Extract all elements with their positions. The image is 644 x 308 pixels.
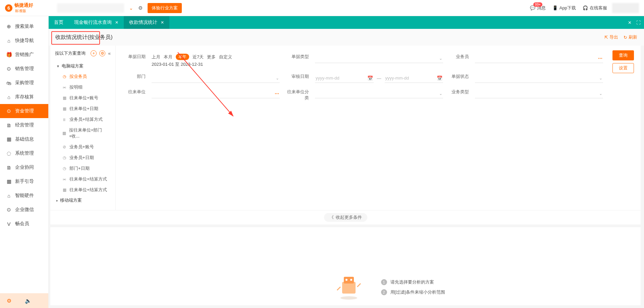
nav-item[interactable]: 🎁营销推广 bbox=[0, 48, 48, 62]
nav-item[interactable]: ⌂智能硬件 bbox=[0, 189, 48, 203]
customer-picker[interactable]: ⋯ bbox=[152, 89, 280, 98]
tree-item-label: 往来单位+日期 bbox=[69, 106, 98, 112]
settings-button[interactable]: 设置 bbox=[612, 63, 634, 73]
tree-item[interactable]: ▦往来单位+日期 bbox=[55, 103, 111, 114]
nav-item[interactable]: V畅会员 bbox=[0, 217, 48, 231]
nav-icon: ⊕ bbox=[6, 23, 12, 30]
tab-bar: 首页现金银行流水查询✕收款情况统计✕ ✕ ⛶ bbox=[49, 16, 644, 29]
nav-item[interactable]: ⌂库存核算 bbox=[0, 90, 48, 104]
export-button[interactable]: ⇱ 导出 bbox=[604, 34, 618, 40]
query-button[interactable]: 查询 bbox=[612, 50, 634, 60]
scheme-settings-button[interactable]: ⚙ bbox=[99, 50, 105, 56]
nav-icon: 🎁 bbox=[6, 52, 12, 58]
nav-icon: 🗎 bbox=[6, 165, 12, 170]
tab[interactable]: 收款情况统计✕ bbox=[124, 16, 169, 29]
expand-icon[interactable]: ⛶ bbox=[636, 20, 641, 25]
nav-item[interactable]: ⊙企业微信 bbox=[0, 203, 48, 217]
field-label-department: 部门 bbox=[123, 71, 148, 86]
close-all-icon[interactable]: ✕ bbox=[628, 20, 632, 25]
tree-item[interactable]: ⫘按明细 bbox=[55, 82, 111, 93]
nav-item[interactable]: ⊙资金管理 bbox=[0, 104, 48, 118]
title-actions: ⇱ 导出 ↻ 刷新 bbox=[604, 34, 637, 40]
tree-item[interactable]: ◷部门+日期 bbox=[55, 163, 111, 174]
nav-item[interactable]: ⊕搜索菜单 bbox=[0, 19, 48, 34]
nav-icon: 🛍 bbox=[6, 80, 12, 86]
tree-item[interactable]: ▦往来单位+账号 bbox=[55, 93, 111, 103]
gear-icon[interactable]: ⚙ bbox=[138, 5, 143, 11]
trial-button[interactable]: 体验行业方案 bbox=[148, 3, 182, 13]
tree-group-header[interactable]: ▼电脑端方案 bbox=[55, 61, 111, 71]
tree-item-icon: ◷ bbox=[62, 166, 67, 171]
biz-type-select[interactable]: ⌄ bbox=[475, 89, 603, 98]
nav-item[interactable]: ⌂快捷导航 bbox=[0, 34, 48, 48]
messages-button[interactable]: 💬 消息 99+ bbox=[530, 5, 546, 11]
gear-icon[interactable]: ⚙ bbox=[7, 298, 11, 304]
nav-label: 搜索菜单 bbox=[15, 23, 34, 30]
app-download-button[interactable]: 📱 App下载 bbox=[552, 5, 576, 11]
nav-icon: ◌ bbox=[6, 150, 12, 156]
date-preset[interactable]: 近7天 bbox=[193, 54, 204, 60]
nav-item[interactable]: 🗎企业协同 bbox=[0, 160, 48, 174]
tree-item[interactable]: ◷业务员+日期 bbox=[55, 152, 111, 163]
speaker-icon[interactable]: 🔈 bbox=[25, 298, 32, 304]
nav-label: 资金管理 bbox=[15, 108, 34, 114]
date-preset[interactable]: 本月 bbox=[164, 54, 172, 60]
refresh-button[interactable]: ↻ 刷新 bbox=[624, 34, 637, 40]
main-area: 首页现金银行流水查询✕收款情况统计✕ ✕ ⛶ 收款情况统计(按业务员) ⇱ 导出… bbox=[49, 16, 644, 308]
tree-item[interactable]: ⫘往来单位+结算方式 bbox=[55, 174, 111, 185]
close-icon[interactable]: ✕ bbox=[115, 20, 118, 25]
tree-item[interactable]: ⊘业务员+账号 bbox=[55, 142, 111, 152]
nav-item[interactable]: ◌系统管理 bbox=[0, 146, 48, 160]
chevron-down-icon[interactable]: ⌄ bbox=[129, 5, 133, 11]
field-label-biz-type: 业务类型 bbox=[446, 86, 472, 104]
tree-item-label: 业务员+账号 bbox=[69, 144, 94, 150]
nav-item[interactable]: ▦新手引导 bbox=[0, 174, 48, 189]
caret-icon: ▼ bbox=[56, 64, 60, 68]
nav-item[interactable]: ⊙销售管理 bbox=[0, 62, 48, 76]
tree-group-label: 移动端方案 bbox=[60, 197, 82, 203]
bill-type-select[interactable]: ⌄ bbox=[315, 54, 443, 63]
tree-group-header[interactable]: ▸移动端方案 bbox=[55, 195, 111, 205]
nav-label: 经营管理 bbox=[15, 122, 34, 128]
logo-area: 6 畅捷通好 标准版 bbox=[5, 2, 54, 13]
step-number: 1 bbox=[381, 279, 387, 285]
nav-item[interactable]: 🗎经营管理 bbox=[0, 118, 48, 132]
nav-item[interactable]: 🛍采购管理 bbox=[0, 76, 48, 90]
tree-item[interactable]: ◷按业务员 bbox=[55, 71, 111, 82]
chevron-down-icon: ⌄ bbox=[599, 91, 602, 96]
tree-item[interactable]: ▦按往来单位+部门+收... bbox=[55, 125, 111, 142]
date-preset[interactable]: 自定义 bbox=[219, 54, 232, 60]
salesperson-picker[interactable]: ⋯ bbox=[475, 54, 603, 63]
nav-label: 营销推广 bbox=[15, 52, 34, 58]
date-preset[interactable]: 更多 bbox=[207, 54, 216, 60]
tree-item-label: 业务员+结算方式 bbox=[69, 116, 103, 122]
chevron-down-icon: ⌄ bbox=[439, 91, 442, 96]
org-selector[interactable] bbox=[57, 3, 124, 13]
online-service-button[interactable]: 🎧 在线客服 bbox=[583, 5, 607, 11]
user-avatar[interactable] bbox=[612, 3, 639, 13]
department-select[interactable]: ⌄ bbox=[152, 73, 280, 83]
empty-step-2: 2用[过滤]条件来缩小分析范围 bbox=[381, 289, 445, 295]
bill-status-select[interactable]: ⌄ bbox=[475, 73, 603, 83]
audit-date-to[interactable]: yyyy-mm-dd📅 bbox=[385, 73, 443, 83]
audit-date-from[interactable]: yyyy-mm-dd📅 bbox=[315, 73, 374, 83]
step-number: 2 bbox=[381, 289, 387, 295]
date-preset[interactable]: 本年 bbox=[176, 54, 189, 60]
tree-item[interactable]: ▦往来单位+结算方式 bbox=[55, 185, 111, 195]
messages-badge: 99+ bbox=[533, 2, 542, 7]
tree-item-icon: ▦ bbox=[62, 187, 67, 193]
customer-category-select[interactable]: ⌄ bbox=[315, 89, 443, 98]
close-icon[interactable]: ✕ bbox=[161, 20, 164, 25]
tab[interactable]: 首页 bbox=[49, 16, 69, 29]
collapse-panel-icon[interactable]: « bbox=[108, 51, 111, 56]
nav-label: 企业微信 bbox=[15, 207, 34, 213]
tree-item-icon: ◷ bbox=[62, 155, 67, 160]
tab[interactable]: 现金银行流水查询✕ bbox=[69, 16, 124, 29]
collapse-more-button[interactable]: 《 收起更多条件 bbox=[324, 213, 367, 222]
date-preset[interactable]: 上月 bbox=[152, 54, 160, 60]
add-scheme-button[interactable]: + bbox=[91, 50, 97, 56]
field-label-bill-status: 单据状态 bbox=[446, 71, 472, 86]
tree-item[interactable]: ⫼业务员+结算方式 bbox=[55, 114, 111, 125]
date-presets: 上月本月本年近7天更多自定义 bbox=[152, 54, 280, 60]
nav-item[interactable]: ▦基础信息 bbox=[0, 132, 48, 146]
